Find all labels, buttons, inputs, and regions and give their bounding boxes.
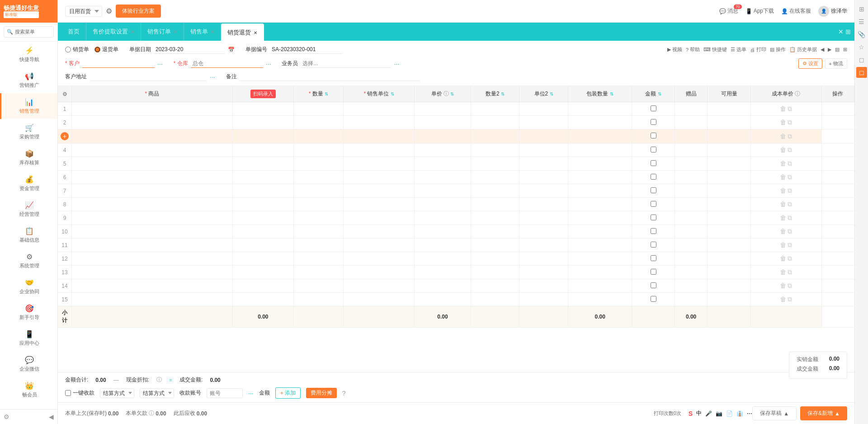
delete-button[interactable]: 🗑 — [780, 228, 786, 235]
price-cell[interactable] — [344, 293, 415, 306]
radio-return[interactable]: 退货单 — [94, 46, 118, 53]
qty-cell[interactable] — [232, 129, 293, 143]
calc-select[interactable]: 结算方式 — [140, 388, 174, 398]
list-view-btn[interactable]: ▤ — [835, 47, 840, 52]
tab-home[interactable]: 首页 — [61, 23, 86, 41]
cost-price-cell[interactable] — [708, 184, 751, 198]
gift-checkbox[interactable] — [651, 201, 656, 207]
packqty-cell[interactable] — [519, 198, 568, 211]
qty-cell[interactable] — [232, 184, 293, 198]
price-cell[interactable] — [344, 171, 415, 184]
gift-cell[interactable] — [632, 143, 675, 157]
unit2-cell[interactable] — [471, 184, 519, 198]
unit2-cell[interactable] — [471, 129, 519, 143]
tab-close-icon[interactable]: ✕ — [211, 29, 214, 34]
unit-cell[interactable] — [293, 171, 343, 184]
gift-cell[interactable] — [632, 279, 675, 293]
qty2-cell[interactable] — [415, 198, 471, 211]
search-menu-button[interactable]: 🔍 搜索菜单 — [4, 26, 54, 38]
cost-price-cell[interactable] — [708, 157, 751, 171]
salesperson-select-icon[interactable]: ··· — [394, 60, 399, 67]
salesperson-input[interactable] — [301, 59, 391, 68]
available-cell[interactable] — [675, 116, 707, 129]
product-cell[interactable] — [72, 266, 233, 279]
unit-cell[interactable] — [293, 102, 343, 116]
gift-checkbox[interactable] — [651, 187, 656, 193]
price-cell[interactable] — [344, 279, 415, 293]
amount-cell[interactable] — [568, 225, 632, 238]
available-cell[interactable] — [675, 266, 707, 279]
radio-sale[interactable]: 销货单 — [65, 46, 89, 53]
topbar-gear-button[interactable]: ⚙ — [106, 7, 112, 15]
gift-checkbox[interactable] — [651, 269, 656, 275]
product-cell[interactable] — [72, 198, 233, 211]
qty2-cell[interactable] — [415, 129, 471, 143]
available-cell[interactable] — [675, 279, 707, 293]
copy-button[interactable]: ⧉ — [788, 200, 792, 208]
packqty-sort-icon[interactable]: ⇅ — [610, 91, 613, 96]
customer-input[interactable] — [82, 59, 155, 68]
copy-button[interactable]: ⧉ — [788, 146, 792, 154]
qty2-cell[interactable] — [415, 116, 471, 129]
amount-cell[interactable] — [568, 116, 632, 129]
unit-cell[interactable] — [293, 184, 343, 198]
price-cell[interactable] — [344, 157, 415, 171]
right-panel-btn6[interactable]: ◻ — [856, 67, 867, 78]
copy-button[interactable]: ⧉ — [788, 133, 792, 140]
prev-btn[interactable]: ◀ — [821, 47, 824, 52]
tab-sales-delivery[interactable]: 销售单 ✕ — [184, 23, 221, 41]
product-cell[interactable] — [72, 116, 233, 129]
copy-button[interactable]: ⧉ — [788, 119, 792, 126]
cost-price-cell[interactable] — [708, 252, 751, 266]
unit2-cell[interactable] — [471, 211, 519, 225]
packqty-cell[interactable] — [519, 225, 568, 238]
delete-button[interactable]: 🗑 — [780, 282, 786, 289]
right-panel-btn1[interactable]: ⊞ — [858, 4, 865, 14]
unit2-cell[interactable] — [471, 157, 519, 171]
unit2-cell[interactable] — [471, 293, 519, 306]
qty-cell[interactable] — [232, 238, 293, 252]
add-row-button[interactable]: + — [61, 132, 69, 140]
gift-cell[interactable] — [632, 211, 675, 225]
price-cell[interactable] — [344, 129, 415, 143]
product-cell[interactable] — [72, 211, 233, 225]
price-cell[interactable] — [344, 252, 415, 266]
qty-cell[interactable] — [232, 293, 293, 306]
amount-cell[interactable] — [568, 293, 632, 306]
sidebar-collapse-button[interactable]: ◀ — [49, 413, 54, 420]
price-cell[interactable] — [344, 238, 415, 252]
one-click-input[interactable] — [65, 390, 71, 396]
unit2-cell[interactable] — [471, 171, 519, 184]
gift-cell[interactable] — [632, 171, 675, 184]
unit2-cell[interactable] — [471, 198, 519, 211]
message-button[interactable]: 💬 消息 70 — [719, 7, 738, 15]
id-input[interactable] — [270, 45, 342, 54]
available-cell[interactable] — [675, 198, 707, 211]
amount-cell[interactable] — [568, 279, 632, 293]
radio-return-input[interactable] — [94, 47, 100, 52]
sidebar-item-finance[interactable]: 💰 资金管理 — [0, 171, 57, 196]
print-btn[interactable]: 🖨 打印 — [750, 46, 766, 53]
cost-price-cell[interactable] — [708, 279, 751, 293]
account-select-icon[interactable]: ··· — [248, 390, 254, 397]
gift-cell[interactable] — [632, 116, 675, 129]
unit2-cell[interactable] — [471, 279, 519, 293]
qty-sort-icon[interactable]: ⇅ — [325, 91, 328, 96]
amount-cell[interactable] — [568, 184, 632, 198]
tab-close-icon[interactable]: ✕ — [131, 29, 134, 34]
qty2-cell[interactable] — [415, 102, 471, 116]
sidebar-item-member[interactable]: 👑 畅会员 — [0, 377, 57, 403]
unit-cell[interactable] — [293, 266, 343, 279]
delete-button[interactable]: 🗑 — [780, 295, 786, 303]
gift-checkbox[interactable] — [651, 105, 656, 111]
price-cell[interactable] — [344, 102, 415, 116]
split-help-icon[interactable]: ? — [342, 390, 346, 397]
help-btn[interactable]: ? 帮助 — [686, 46, 700, 53]
copy-button[interactable]: ⧉ — [788, 214, 792, 222]
qty2-cell[interactable] — [415, 238, 471, 252]
cost-price-cell[interactable] — [708, 129, 751, 143]
cost-price-cell[interactable] — [708, 293, 751, 306]
cost-price-cell[interactable] — [708, 198, 751, 211]
qty2-cell[interactable] — [415, 184, 471, 198]
tab-sales-return[interactable]: 销货退货 ✕ — [221, 24, 264, 42]
